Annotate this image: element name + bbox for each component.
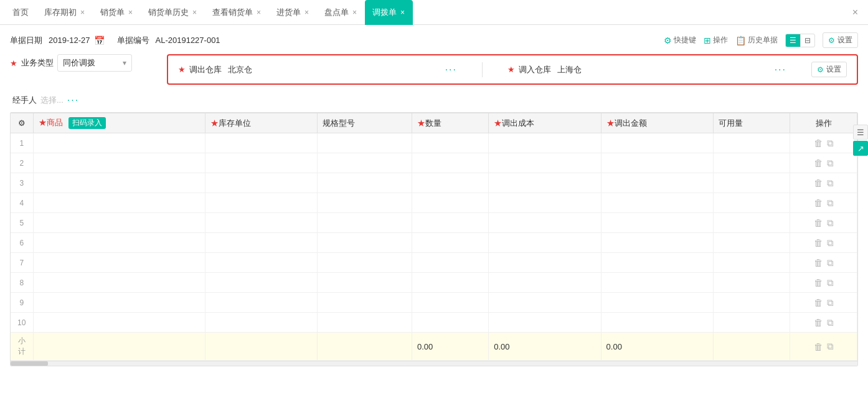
- row-copy-icon[interactable]: ⧉: [827, 198, 834, 209]
- row-spec[interactable]: [318, 173, 412, 193]
- row-available[interactable]: [713, 313, 790, 333]
- row-amount[interactable]: [601, 253, 713, 273]
- row-spec[interactable]: [318, 213, 412, 233]
- tab-inventory-init[interactable]: 库存期初 ×: [37, 0, 93, 25]
- tab-sales-order-close[interactable]: ×: [128, 8, 133, 17]
- tab-sales-history-close[interactable]: ×: [192, 8, 197, 17]
- row-qty[interactable]: [412, 193, 489, 213]
- row-available[interactable]: [713, 233, 790, 253]
- scan-entry-btn[interactable]: 扫码录入: [68, 117, 106, 129]
- row-spec[interactable]: [318, 133, 412, 153]
- row-qty[interactable]: [412, 213, 489, 233]
- row-copy-icon[interactable]: ⧉: [827, 237, 834, 249]
- row-amount[interactable]: [601, 173, 713, 193]
- row-product[interactable]: [33, 153, 205, 173]
- row-available[interactable]: [713, 293, 790, 313]
- row-qty[interactable]: [412, 313, 489, 333]
- row-delete-icon[interactable]: 🗑: [814, 198, 823, 208]
- row-copy-icon[interactable]: ⧉: [827, 217, 834, 229]
- row-cost[interactable]: [489, 293, 601, 313]
- row-unit[interactable]: [205, 313, 317, 333]
- row-unit[interactable]: [205, 233, 317, 253]
- row-unit[interactable]: [205, 153, 317, 173]
- row-qty[interactable]: [412, 173, 489, 193]
- calendar-icon[interactable]: 📅: [94, 36, 105, 45]
- tab-inventory-init-close[interactable]: ×: [80, 8, 85, 17]
- tab-purchase[interactable]: 进货单 ×: [269, 0, 317, 25]
- row-product[interactable]: [33, 213, 205, 233]
- row-unit[interactable]: [205, 253, 317, 273]
- row-amount[interactable]: [601, 273, 713, 293]
- tabbar-close-btn[interactable]: ×: [847, 7, 863, 18]
- tab-transfer[interactable]: 调拨单 ×: [365, 0, 413, 25]
- source-warehouse-more-btn[interactable]: ···: [445, 64, 457, 75]
- row-delete-icon[interactable]: 🗑: [814, 237, 823, 248]
- row-delete-icon[interactable]: 🗑: [814, 297, 823, 308]
- row-product[interactable]: [33, 273, 205, 293]
- row-spec[interactable]: [318, 153, 412, 173]
- row-available[interactable]: [713, 173, 790, 193]
- tab-sales-order[interactable]: 销货单 ×: [93, 0, 141, 25]
- row-product[interactable]: [33, 133, 205, 153]
- row-qty[interactable]: [412, 153, 489, 173]
- row-copy-icon[interactable]: ⧉: [827, 158, 834, 169]
- th-gear[interactable]: ⚙: [11, 113, 33, 133]
- row-cost[interactable]: [489, 173, 601, 193]
- row-unit[interactable]: [205, 133, 317, 153]
- row-delete-icon[interactable]: 🗑: [814, 138, 823, 148]
- agent-value[interactable]: 选择...: [40, 95, 64, 106]
- row-copy-icon[interactable]: ⧉: [827, 138, 834, 149]
- row-spec[interactable]: [318, 253, 412, 273]
- row-unit[interactable]: [205, 213, 317, 233]
- row-delete-icon[interactable]: 🗑: [814, 158, 823, 168]
- row-copy-icon[interactable]: ⧉: [827, 178, 834, 189]
- sidebar-list-icon[interactable]: ☰: [853, 125, 868, 140]
- tab-sales-history[interactable]: 销货单历史 ×: [141, 0, 205, 25]
- row-available[interactable]: [713, 213, 790, 233]
- row-amount[interactable]: [601, 313, 713, 333]
- row-spec[interactable]: [318, 233, 412, 253]
- row-product[interactable]: [33, 193, 205, 213]
- history-action[interactable]: 📋 历史单据: [735, 35, 778, 45]
- row-cost[interactable]: [489, 133, 601, 153]
- row-cost[interactable]: [489, 313, 601, 333]
- row-unit[interactable]: [205, 193, 317, 213]
- tab-stocktake-close[interactable]: ×: [352, 8, 357, 17]
- row-amount[interactable]: [601, 153, 713, 173]
- row-available[interactable]: [713, 133, 790, 153]
- row-copy-icon[interactable]: ⧉: [827, 257, 834, 269]
- row-qty[interactable]: [412, 253, 489, 273]
- row-cost[interactable]: [489, 253, 601, 273]
- row-qty[interactable]: [412, 293, 489, 313]
- row-spec[interactable]: [318, 193, 412, 213]
- row-spec[interactable]: [318, 293, 412, 313]
- summary-delete-icon[interactable]: 🗑: [814, 341, 823, 352]
- tab-view-sales-close[interactable]: ×: [257, 8, 261, 17]
- row-unit[interactable]: [205, 173, 317, 193]
- view-grid-btn[interactable]: ⊟: [801, 34, 814, 47]
- row-available[interactable]: [713, 273, 790, 293]
- row-product[interactable]: [33, 253, 205, 273]
- row-delete-icon[interactable]: 🗑: [814, 317, 823, 328]
- row-delete-icon[interactable]: 🗑: [814, 277, 823, 288]
- row-product[interactable]: [33, 293, 205, 313]
- row-copy-icon[interactable]: ⧉: [827, 277, 834, 288]
- bottom-scrollbar[interactable]: [11, 361, 857, 366]
- row-qty[interactable]: [412, 233, 489, 253]
- summary-copy-icon[interactable]: ⧉: [827, 341, 834, 352]
- settings-button[interactable]: ⚙ 设置: [823, 32, 858, 48]
- row-cost[interactable]: [489, 213, 601, 233]
- row-amount[interactable]: [601, 133, 713, 153]
- row-cost[interactable]: [489, 273, 601, 293]
- biz-type-select[interactable]: 同价调拨 ▾: [57, 54, 132, 72]
- row-qty[interactable]: [412, 133, 489, 153]
- row-amount[interactable]: [601, 233, 713, 253]
- operations-action[interactable]: ⊞ 操作: [704, 35, 728, 45]
- target-warehouse-more-btn[interactable]: ···: [775, 64, 786, 75]
- row-delete-icon[interactable]: 🗑: [814, 217, 823, 228]
- row-cost[interactable]: [489, 233, 601, 253]
- row-spec[interactable]: [318, 273, 412, 293]
- row-cost[interactable]: [489, 153, 601, 173]
- row-delete-icon[interactable]: 🗑: [814, 178, 823, 188]
- row-unit[interactable]: [205, 273, 317, 293]
